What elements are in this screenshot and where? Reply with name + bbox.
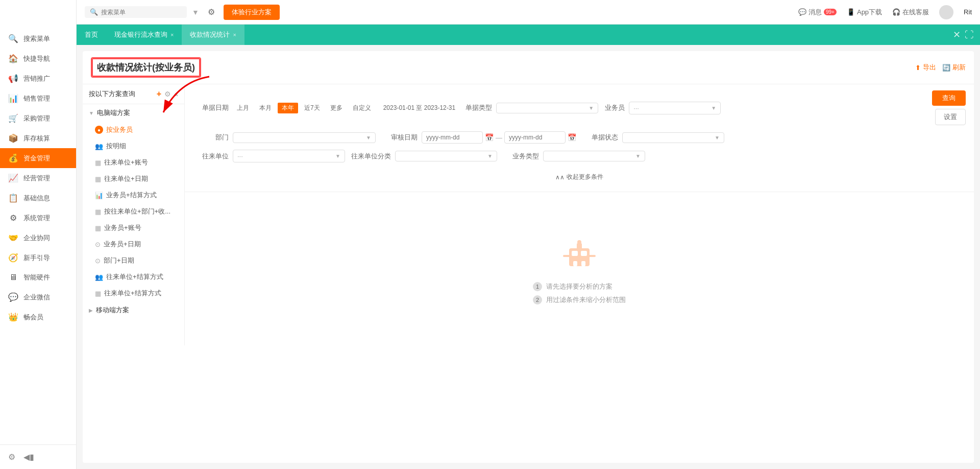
counterpart-label: 往来单位: [193, 152, 229, 161]
refresh-label: 刷新: [952, 63, 966, 72]
settings-icon[interactable]: ⚙: [204, 5, 218, 19]
table-icon-1: ▦: [95, 159, 101, 167]
sidebar-item-cooperation[interactable]: 🤝 企业协同: [0, 228, 76, 248]
collapse-filters-label: 收起更多条件: [567, 173, 603, 181]
salesman-select[interactable]: ··· ▼: [629, 102, 721, 114]
tab-home[interactable]: 首页: [77, 25, 106, 45]
biz-type-select[interactable]: ▼: [543, 151, 645, 161]
scheme-item-counterpart-account[interactable]: ▦ 往来单位+账号: [83, 154, 184, 171]
purchase-icon: 🛒: [8, 113, 18, 123]
sidebar-item-marketing[interactable]: 📢 营销推广: [0, 68, 76, 88]
date-tab-this-year[interactable]: 本年: [278, 103, 298, 113]
scheme-item-dept-date[interactable]: ⊙ 部门+日期: [83, 252, 184, 269]
tab-bank-flow[interactable]: 现金银行流水查询 ×: [106, 25, 182, 45]
tab-bar-actions: ✕ ⛶: [953, 25, 980, 45]
calendar-to-icon[interactable]: 📅: [568, 133, 576, 142]
collapse-scheme-icon[interactable]: «: [174, 90, 178, 98]
mobile-group-label: 移动端方案: [96, 306, 129, 315]
cooperation-icon: 🤝: [8, 233, 18, 243]
group-icon: 👥: [95, 143, 103, 150]
dropdown-arrow[interactable]: ▼: [192, 8, 199, 16]
doc-type-label: 单据类型: [461, 103, 492, 112]
doc-status-select[interactable]: ▼: [622, 132, 724, 143]
close-all-tabs-icon[interactable]: ✕: [953, 29, 961, 40]
sidebar-item-funds[interactable]: 💰 资金管理: [0, 148, 76, 168]
sidebar-item-sales[interactable]: 📊 销售管理: [0, 88, 76, 108]
sidebar-item-hardware[interactable]: 🖥 智能硬件: [0, 268, 76, 287]
scheme-item-counterpart-date[interactable]: ▦ 往来单位+日期: [83, 171, 184, 187]
sidebar-item-cooperation-label: 企业协同: [23, 233, 50, 243]
add-scheme-icon[interactable]: +: [157, 89, 161, 99]
tip-num-1: 1: [533, 282, 542, 291]
maximize-icon[interactable]: ⛶: [965, 30, 974, 40]
counterpart-select[interactable]: ··· ▼: [233, 150, 345, 162]
empty-tips: 1 请先选择要分析的方案 2 用过滤条件来缩小分析范围: [533, 282, 626, 304]
sidebar-item-search[interactable]: 🔍 搜索菜单: [0, 29, 76, 49]
header-right: 💬 消息 99+ 📱 App下载 🎧 在线客服 Rit: [798, 5, 972, 19]
doc-status-label: 单据状态: [582, 133, 618, 142]
desktop-group-title[interactable]: ▼ 电脑端方案: [83, 104, 184, 122]
scheme-item-counterpart-settle-2[interactable]: ▦ 往来单位+结算方式: [83, 285, 184, 301]
trial-button[interactable]: 体验行业方案: [224, 5, 280, 20]
scheme-item-salesman-settle[interactable]: 📊 业务员+结算方式: [83, 187, 184, 203]
scheme-item-detail[interactable]: 👥 按明细: [83, 138, 184, 154]
close-collection-stats-tab[interactable]: ×: [233, 32, 236, 38]
scheme-item-salesman-date[interactable]: ⊙ 业务员+日期: [83, 236, 184, 252]
close-bank-flow-tab[interactable]: ×: [170, 32, 174, 38]
scheme-item-salesman[interactable]: ● 按业务员: [83, 122, 184, 138]
sidebar-menu: 🔍 搜索菜单 🏠 快捷导航 📢 营销推广 📊 销售管理 🛒 采购管理 📦 库存核…: [0, 25, 76, 444]
scheme-item-dept-date-label: 部门+日期: [104, 256, 134, 265]
doc-type-select[interactable]: ▼: [496, 103, 598, 113]
query-button[interactable]: 查询: [932, 90, 966, 106]
sidebar-item-wechat[interactable]: 💬 企业微信: [0, 287, 76, 307]
sidebar-item-quicknav[interactable]: 🏠 快捷导航: [0, 49, 76, 68]
calendar-from-icon[interactable]: 📅: [485, 133, 494, 142]
online-service-item[interactable]: 🎧 在线客服: [892, 8, 929, 17]
date-tab-last-month[interactable]: 上月: [233, 103, 253, 113]
sidebar-item-system[interactable]: ⚙ 系统管理: [0, 208, 76, 228]
date-tab-this-month[interactable]: 本月: [255, 103, 276, 113]
sidebar-item-operations[interactable]: 📈 经营管理: [0, 168, 76, 188]
circle-icon-2: ⊙: [95, 257, 101, 265]
dept-select[interactable]: ▼: [233, 132, 376, 143]
review-date-to[interactable]: [504, 131, 566, 144]
sidebar-item-inventory[interactable]: 📦 库存核算: [0, 128, 76, 148]
settings-footer-icon[interactable]: ⚙: [8, 452, 15, 462]
sidebar-item-purchase[interactable]: 🛒 采购管理: [0, 108, 76, 128]
review-date-from[interactable]: [422, 131, 483, 144]
sidebar-item-sales-label: 销售管理: [23, 94, 50, 103]
mobile-scheme-group: ▶ 移动端方案: [83, 301, 184, 319]
tab-collection-stats[interactable]: 收款情况统计 ×: [182, 25, 244, 45]
mobile-group-title[interactable]: ▶ 移动端方案: [83, 301, 184, 319]
app-download-item[interactable]: 📱 App下载: [847, 8, 882, 17]
sidebar-item-base[interactable]: 📋 基础信息: [0, 188, 76, 208]
scheme-item-counterpart-date-label: 往来单位+日期: [104, 174, 148, 183]
sidebar-item-member[interactable]: 👑 畅会员: [0, 307, 76, 327]
date-tab-more[interactable]: 更多: [326, 103, 347, 113]
quicknav-icon: 🏠: [8, 54, 18, 63]
counterpart-category-arrow: ▼: [487, 153, 493, 159]
date-range-text: 2023-01-01 至 2023-12-31: [383, 104, 455, 112]
circle-icon-1: ⊙: [95, 241, 101, 248]
date-tab-custom[interactable]: 自定义: [349, 103, 375, 113]
user-avatar[interactable]: [939, 5, 953, 19]
scheme-panel-icons: + ⚙ «: [157, 89, 178, 99]
user-name[interactable]: Rit: [964, 8, 972, 16]
page-header: 收款情况统计(按业务员) ⬆ 导出 🔄 刷新: [83, 51, 974, 84]
sidebar-item-guide[interactable]: 🧭 新手引导: [0, 248, 76, 268]
scheme-item-salesman-account[interactable]: ▦ 业务员+账号: [83, 220, 184, 236]
refresh-button[interactable]: 🔄 刷新: [942, 63, 966, 72]
date-tab-7days[interactable]: 近7天: [300, 103, 324, 113]
settings-button[interactable]: 设置: [935, 109, 966, 125]
collapse-sidebar-icon[interactable]: ◀▮: [23, 452, 34, 462]
collapse-filters-button[interactable]: ∧∧ 收起更多条件: [551, 169, 607, 185]
sidebar-item-funds-label: 资金管理: [23, 154, 50, 163]
gear-scheme-icon[interactable]: ⚙: [164, 90, 171, 98]
counterpart-category-select[interactable]: ▼: [395, 151, 497, 161]
collection-stats-tab-label: 收款情况统计: [190, 30, 230, 39]
export-button[interactable]: ⬆ 导出: [915, 63, 936, 72]
notification-item[interactable]: 💬 消息 99+: [798, 8, 837, 17]
search-input[interactable]: [101, 9, 173, 16]
scheme-item-counterpart-settle-1[interactable]: 👥 往来单位+结算方式: [83, 269, 184, 285]
scheme-item-counterpart-dept[interactable]: ▦ 按往来单位+部门+收...: [83, 203, 184, 220]
